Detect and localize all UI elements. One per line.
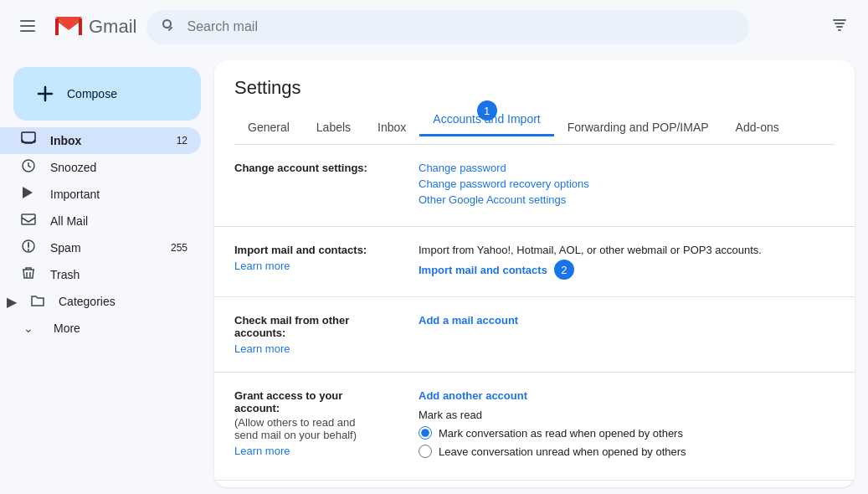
change-password-recovery-link[interactable]: Change password recovery options: [419, 178, 835, 190]
spam-count: 255: [171, 242, 187, 254]
settings-row-grant-access: Grant access to your account: (Allow oth…: [214, 373, 855, 481]
all-mail-label: All Mail: [50, 214, 187, 228]
settings-row-change-account: Change account settings: Change password…: [214, 145, 855, 227]
search-bar: [146, 10, 749, 44]
add-storage-value-cell: You are currently using 1.67 GB (11%) of…: [398, 481, 855, 488]
tab-accounts-wrapper: 1 Accounts and Import: [419, 112, 553, 144]
svg-marker-8: [23, 187, 33, 198]
tab-labels[interactable]: Labels: [303, 112, 364, 145]
gmail-logo: Gmail: [52, 10, 136, 44]
import-mail-description: Import from Yahoo!, Hotmail, AOL, or oth…: [419, 244, 762, 256]
leave-unread-option[interactable]: Leave conversation unread when opened by…: [419, 445, 835, 458]
search-input[interactable]: [187, 19, 736, 34]
spam-icon: [20, 239, 37, 257]
add-mail-account-link[interactable]: Add a mail account: [419, 314, 518, 327]
import-mail-contacts-link[interactable]: Import mail and contacts: [419, 264, 547, 276]
inbox-label: Inbox: [50, 134, 163, 147]
other-google-account-link[interactable]: Other Google Account settings: [419, 193, 835, 206]
grant-access-value-cell: Add another account Mark as read Mark co…: [398, 373, 855, 481]
sidebar-item-spam[interactable]: Spam 255: [0, 234, 201, 261]
tab-general[interactable]: General: [234, 112, 303, 145]
svg-rect-5: [79, 18, 82, 35]
tab-addons[interactable]: Add-ons: [722, 112, 793, 145]
trash-label: Trash: [50, 268, 187, 281]
sidebar-item-more[interactable]: ⌄ More: [0, 315, 201, 342]
tab-badge-1: 1: [477, 100, 497, 121]
tab-inbox[interactable]: Inbox: [364, 112, 419, 145]
import-mail-label-cell: Import mail and contacts: Learn more: [214, 227, 398, 297]
filter-options-button[interactable]: [824, 10, 855, 44]
sidebar: Compose Inbox 12: [0, 54, 214, 494]
check-mail-learn-more-link[interactable]: Learn more: [234, 342, 378, 355]
mark-read-label: Mark conversation as read when opened by…: [439, 427, 683, 440]
change-password-link[interactable]: Change password: [419, 162, 835, 174]
trash-icon: [20, 265, 37, 284]
important-label: Important: [50, 188, 187, 201]
mark-as-read-title: Mark as read: [419, 409, 835, 421]
snoozed-label: Snoozed: [50, 161, 187, 174]
compose-button[interactable]: Compose: [13, 67, 201, 121]
gmail-logo-text: Gmail: [89, 16, 136, 38]
settings-title: Settings: [234, 77, 835, 99]
check-mail-label: Check mail from other accounts:: [234, 314, 349, 339]
settings-row-check-mail: Check mail from other accounts: Learn mo…: [214, 297, 855, 373]
check-mail-label-cell: Check mail from other accounts: Learn mo…: [214, 297, 398, 373]
settings-table: Change account settings: Change password…: [214, 145, 855, 487]
leave-unread-radio[interactable]: [419, 445, 432, 458]
more-chevron-icon: ⌄: [23, 322, 33, 335]
sidebar-item-categories[interactable]: ▶ Categories: [0, 288, 201, 315]
add-another-account-link[interactable]: Add another account: [419, 389, 527, 402]
important-icon: [20, 185, 37, 203]
sidebar-item-inbox[interactable]: Inbox 12: [0, 127, 201, 154]
categories-folder-icon: [30, 293, 45, 311]
grant-access-label-cell: Grant access to your account: (Allow oth…: [214, 373, 398, 481]
mark-read-radio[interactable]: [419, 426, 432, 440]
top-bar: Gmail: [0, 0, 868, 54]
more-label: More: [54, 322, 80, 335]
badge-2: 2: [554, 260, 574, 280]
import-mail-label: Import mail and contacts:: [234, 244, 367, 256]
svg-rect-0: [20, 20, 35, 22]
search-icon: [160, 17, 177, 38]
compose-label: Compose: [67, 87, 117, 100]
svg-rect-2: [20, 30, 35, 32]
grant-access-label: Grant access to your account:: [234, 389, 342, 414]
change-account-label: Change account settings:: [234, 162, 367, 174]
snoozed-icon: [20, 158, 37, 177]
categories-label: Categories: [59, 295, 116, 308]
svg-rect-4: [55, 18, 59, 35]
main-area: Compose Inbox 12: [0, 54, 868, 494]
inbox-icon: [20, 131, 37, 150]
settings-header: Settings General Labels Inbox 1 Accounts…: [214, 60, 855, 145]
grant-access-sublabel: (Allow others to read and send mail on y…: [234, 416, 378, 441]
leave-unread-label: Leave conversation unread when opened by…: [439, 445, 686, 458]
import-learn-more-link[interactable]: Learn more: [234, 260, 378, 272]
spam-label: Spam: [50, 241, 157, 255]
grant-access-learn-more-link[interactable]: Learn more: [234, 445, 378, 457]
settings-tabs: General Labels Inbox 1 Accounts and Impo…: [234, 112, 835, 145]
change-account-value-cell: Change password Change password recovery…: [398, 145, 855, 227]
settings-row-add-storage: Add additional storage: You are currentl…: [214, 481, 855, 488]
check-mail-value-cell: Add a mail account: [398, 297, 855, 373]
svg-rect-6: [22, 132, 35, 142]
settings-row-import-mail: Import mail and contacts: Learn more Imp…: [214, 227, 855, 297]
sidebar-item-trash[interactable]: Trash: [0, 261, 201, 288]
app-container: Gmail Compose: [0, 0, 868, 494]
settings-content-area: Settings General Labels Inbox 1 Accounts…: [214, 60, 855, 487]
mark-read-option[interactable]: Mark conversation as read when opened by…: [419, 426, 835, 440]
import-mail-value-cell: Import from Yahoo!, Hotmail, AOL, or oth…: [398, 227, 855, 297]
add-storage-label-cell: Add additional storage:: [214, 481, 398, 488]
categories-expand-icon: ▶: [7, 294, 17, 310]
hamburger-menu-button[interactable]: [13, 12, 42, 43]
change-account-label-cell: Change account settings:: [214, 145, 398, 227]
inbox-count: 12: [177, 135, 187, 147]
svg-rect-1: [20, 25, 35, 27]
sidebar-item-all-mail[interactable]: All Mail: [0, 208, 201, 234]
sidebar-item-snoozed[interactable]: Snoozed: [0, 154, 201, 181]
mark-as-read-group: Mark as read Mark conversation as read w…: [419, 409, 835, 458]
all-mail-icon: [20, 212, 37, 230]
tab-forwarding[interactable]: Forwarding and POP/IMAP: [554, 112, 722, 145]
sidebar-item-important[interactable]: Important: [0, 181, 201, 208]
